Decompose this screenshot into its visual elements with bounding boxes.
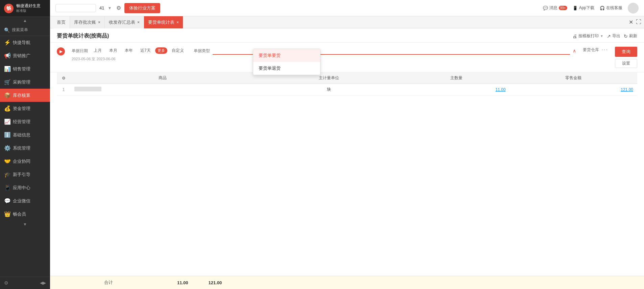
- row-unit: 块: [255, 84, 403, 95]
- sidebar-item-label: 库存核算: [13, 92, 30, 98]
- print-button[interactable]: 🖨 按模板打印 ▼: [572, 33, 603, 39]
- sidebar-item-inventory[interactable]: 📦 库存核算: [0, 89, 50, 102]
- topbar-right: 💬 消息 99+ 📱 App下载 🎧 在线客服: [543, 3, 639, 14]
- sidebar-item-marketing[interactable]: 📢 营销推广: [0, 49, 50, 62]
- sidebar-item-label: 企业微信: [13, 198, 30, 204]
- tab-order-stats[interactable]: 要货单统计表 ×: [144, 16, 183, 28]
- sidebar-item-purchase[interactable]: 🛒 采购管理: [0, 75, 50, 89]
- dropdown-item-order-request[interactable]: 要货单要货: [253, 49, 320, 62]
- chevron-down-icon[interactable]: ▼: [600, 34, 603, 38]
- sidebar-item-member[interactable]: 👑 畅会员: [0, 207, 50, 221]
- export-button[interactable]: ↗ 导出: [607, 33, 620, 39]
- sidebar-logo: 畅 畅捷通好生意 标准版: [0, 0, 50, 17]
- topbar-input[interactable]: [55, 4, 96, 12]
- th-quantity: 主数量: [403, 72, 509, 84]
- purchase-icon: 🛒: [4, 79, 10, 85]
- settings-icon[interactable]: ⚙: [4, 280, 8, 286]
- sidebar-item-label: 系统管理: [13, 145, 30, 151]
- export-icon: ↗: [607, 34, 611, 39]
- wechat-icon: 💬: [4, 198, 10, 204]
- settings-button[interactable]: 设置: [615, 59, 637, 68]
- th-retail-amount: 零售金额: [510, 72, 637, 84]
- date-last-7days[interactable]: 近7天: [137, 47, 154, 54]
- warehouse-more-icon[interactable]: ···: [602, 47, 608, 53]
- operations-icon: 📈: [4, 118, 10, 125]
- type-dropdown-toggle[interactable]: ∧: [573, 48, 576, 53]
- notification-bell[interactable]: 💬 消息 99+: [543, 5, 567, 11]
- headset-icon: 🎧: [600, 6, 605, 10]
- type-dropdown: 要货单要货 要货单退货: [253, 49, 320, 75]
- warehouse-filter-label: 要货仓库: [583, 47, 599, 53]
- chevron-down-icon[interactable]: ▼: [108, 6, 112, 10]
- date-range-display: 2023-05-06 至 2023-06-06: [72, 57, 187, 62]
- row-quantity[interactable]: 11.00: [403, 84, 509, 95]
- sidebar-item-basics[interactable]: ℹ️ 基础信息: [0, 128, 50, 141]
- expand-filter-button[interactable]: ▶: [57, 47, 65, 55]
- date-this-year[interactable]: 本年: [122, 47, 136, 54]
- online-service-link[interactable]: 🎧 在线客服: [600, 5, 622, 11]
- sidebar-scroll-up[interactable]: ▲: [0, 17, 50, 24]
- row-retail-amount[interactable]: 121.00: [510, 84, 637, 95]
- tabs-bar: 首页 库存批次账 × 收发存汇总表 × 要货单统计表 × ✕ ⛶: [50, 16, 644, 28]
- date-last-month[interactable]: 上月: [91, 47, 105, 54]
- date-more[interactable]: 更多: [155, 47, 167, 54]
- collapse-icon[interactable]: ◀▶: [40, 281, 46, 285]
- tab-inventory-batch[interactable]: 库存批次账 ×: [70, 16, 105, 28]
- sidebar-item-label: 快捷导航: [13, 40, 30, 46]
- type-filter-label: 单据类型: [194, 48, 210, 54]
- app-download-link[interactable]: 📱 App下载: [573, 5, 594, 11]
- sales-icon: 📊: [4, 66, 10, 72]
- page-header: 要货单统计表(按商品) 🖨 按模板打印 ▼ ↗ 导出 ↻ 刷新: [50, 28, 644, 43]
- query-button[interactable]: 查询: [615, 47, 637, 57]
- sidebar-item-finance[interactable]: 💰 资金管理: [0, 102, 50, 115]
- sidebar-item-sales[interactable]: 📊 销售管理: [0, 62, 50, 75]
- sidebar-item-guide[interactable]: 🎓 新手引导: [0, 168, 50, 181]
- date-custom[interactable]: 自定义: [169, 47, 187, 54]
- table-container: ⚙ 商品 主计量单位 主数量 零售金额 1 块: [50, 72, 644, 95]
- sidebar-bottom: ⚙ ◀▶: [0, 276, 50, 289]
- expand-icon[interactable]: ⛶: [636, 19, 641, 25]
- appstore-icon: 📱: [4, 184, 10, 191]
- dropdown-item-order-return[interactable]: 要货单退货: [253, 62, 320, 75]
- tab-home[interactable]: 首页: [53, 16, 70, 28]
- tab-receive-summary[interactable]: 收发存汇总表 ×: [105, 16, 144, 28]
- sidebar-item-label: 营销推广: [13, 53, 30, 59]
- close-tab-icon[interactable]: ×: [137, 20, 140, 25]
- sidebar-item-operations[interactable]: 📈 经营管理: [0, 115, 50, 128]
- sidebar-item-system[interactable]: ⚙️ 系统管理: [0, 141, 50, 155]
- sidebar-item-quick[interactable]: ⚡ 快捷导航: [0, 36, 50, 49]
- enterprise-icon: 🤝: [4, 158, 10, 164]
- marketing-icon: 📢: [4, 52, 10, 59]
- sidebar-item-appstore[interactable]: 📱 应用中心: [0, 181, 50, 194]
- notif-badge: 99+: [559, 6, 567, 10]
- refresh-button[interactable]: ↻ 刷新: [624, 33, 637, 39]
- sidebar-item-label: 畅会员: [13, 211, 26, 217]
- sidebar-item-label: 资金管理: [13, 106, 30, 112]
- th-product: 商品: [70, 72, 255, 84]
- close-tab-icon[interactable]: ×: [176, 20, 179, 25]
- sidebar-search[interactable]: 🔍 搜索菜单: [0, 24, 50, 36]
- date-this-month[interactable]: 本月: [106, 47, 120, 54]
- quick-icon: ⚡: [4, 39, 10, 46]
- logo-icon: 畅: [4, 4, 14, 13]
- sidebar-item-enterprise[interactable]: 🤝 企业协同: [0, 155, 50, 168]
- close-all-tabs-icon[interactable]: ✕: [629, 19, 633, 25]
- page-content: 要货单统计表(按商品) 🖨 按模板打印 ▼ ↗ 导出 ↻ 刷新 ▶: [50, 28, 644, 289]
- tabs-right-actions: ✕ ⛶: [629, 19, 641, 25]
- sidebar-item-wechat[interactable]: 💬 企业微信: [0, 194, 50, 207]
- guide-icon: 🎓: [4, 171, 10, 178]
- th-settings[interactable]: ⚙: [57, 72, 70, 84]
- close-tab-icon[interactable]: ×: [98, 20, 100, 25]
- footer-retail-amount: 121.00: [209, 280, 222, 285]
- gear-icon[interactable]: ⚙: [116, 5, 121, 11]
- page-actions: 🖨 按模板打印 ▼ ↗ 导出 ↻ 刷新: [572, 33, 637, 39]
- basics-icon: ℹ️: [4, 132, 10, 138]
- sidebar-scroll-down[interactable]: ▼: [0, 221, 50, 228]
- main: 41 ▼ ⚙ 体验行业方案 💬 消息 99+ 📱 App下载 🎧 在线客服: [50, 0, 644, 289]
- user-avatar[interactable]: [628, 3, 639, 14]
- product-placeholder: [74, 87, 101, 91]
- sidebar: 畅 畅捷通好生意 标准版 ▲ 🔍 搜索菜单 ⚡ 快捷导航 📢 营销推广 📊 销售…: [0, 0, 50, 289]
- topbar: 41 ▼ ⚙ 体验行业方案 💬 消息 99+ 📱 App下载 🎧 在线客服: [50, 0, 644, 16]
- table-row: 1 块 11.00 121.00: [57, 84, 637, 95]
- promo-button[interactable]: 体验行业方案: [124, 3, 160, 13]
